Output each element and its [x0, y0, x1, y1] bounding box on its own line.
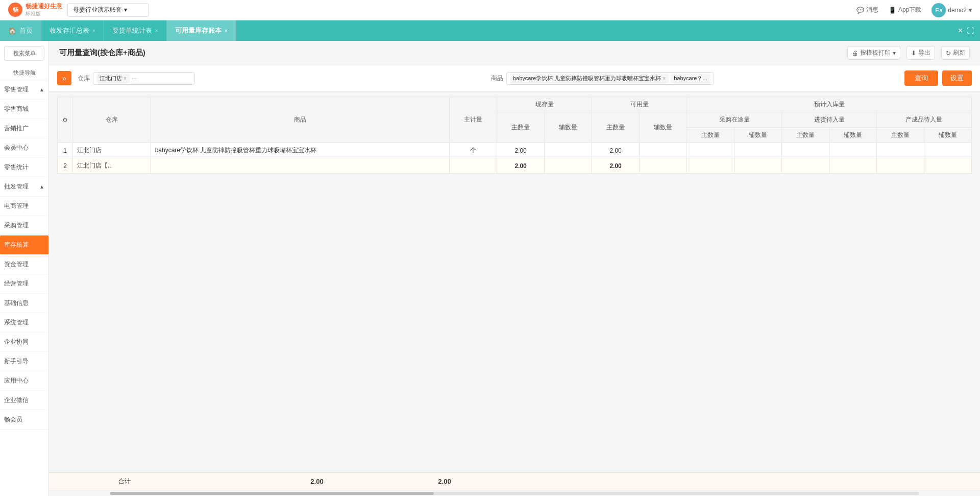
wholesale-arrow-icon: ▲	[39, 184, 44, 190]
warehouse-tag-input[interactable]: 江北门店 × ···	[93, 72, 195, 85]
sidebar-item-retail-stats[interactable]: 零售统计	[0, 158, 48, 177]
ip-sub-1	[829, 143, 877, 158]
tab-order-stats[interactable]: 要货单统计表 ×	[104, 20, 167, 41]
warehouse-2: 江北门店【...	[73, 158, 151, 174]
available-main-2: 2.00	[592, 158, 640, 174]
pp-sub-1	[924, 143, 971, 158]
refresh-btn[interactable]: ↻ 刷新	[941, 46, 970, 60]
stock-sub-1	[545, 143, 592, 158]
scrollbar-area	[49, 490, 980, 496]
logo-area: 畅 畅捷通好生意 标准版	[8, 3, 62, 17]
filter-actions: 查询 设置	[904, 70, 972, 86]
sidebar-item-wholesale-mgmt[interactable]: 批发管理 ▲	[0, 177, 48, 197]
sidebar-item-ops-mgmt[interactable]: 经营管理	[0, 274, 48, 294]
sidebar-item-retail-shop[interactable]: 零售商城	[0, 100, 48, 119]
template-print-btn[interactable]: 🖨 按模板打印 ▾	[847, 46, 900, 60]
warehouse-header: 仓库	[73, 97, 151, 143]
sidebar: 搜索菜单 快捷导航 零售管理 ▲ 零售商城 营销推广 会员中心 零售统计 批发管…	[0, 41, 49, 496]
gear-header: ⚙	[58, 97, 73, 143]
sidebar-item-marketing[interactable]: 营销推广	[0, 119, 48, 138]
scrollbar-thumb[interactable]	[110, 492, 434, 495]
export-icon: ⬇	[911, 50, 916, 57]
ip-main-2	[782, 158, 829, 174]
user-menu[interactable]: Ea demo2 ▾	[932, 3, 972, 17]
page-actions: 🖨 按模板打印 ▾ ⬇ 导出 ↻ 刷新	[847, 46, 970, 60]
sidebar-item-member-center[interactable]: 会员中心	[0, 138, 48, 158]
top-bar-right: 💬 消息 📱 App下载 Ea demo2 ▾	[856, 3, 972, 17]
sidebar-item-member-club[interactable]: 畅会员	[0, 410, 48, 430]
settings-btn[interactable]: 设置	[942, 70, 972, 86]
sidebar-search-area: 搜索菜单	[0, 41, 48, 66]
product-1: babycare学饮杯 儿童防摔防撞吸管杯重力球吸嘴杯宝宝水杯	[151, 143, 449, 158]
pp-main-2	[876, 158, 924, 174]
sidebar-item-ecommerce-mgmt[interactable]: 电商管理	[0, 197, 48, 216]
main-unit-1: 个	[450, 143, 497, 158]
stock-main-header: 主数量	[497, 112, 545, 143]
avatar: Ea	[932, 3, 946, 17]
fullscreen-btn[interactable]: ⛶	[967, 27, 974, 35]
available-main-header: 主数量	[592, 112, 640, 143]
filter-expand-btn[interactable]: »	[57, 71, 71, 85]
available-sub-1	[640, 143, 687, 158]
product-header: 商品	[151, 97, 449, 143]
table-footer: 合计 2.00 2.00	[49, 472, 980, 490]
app-icon: 📱	[889, 7, 896, 14]
sidebar-item-enterprise-wechat[interactable]: 企业微信	[0, 391, 48, 410]
inventory-table: ⚙ 仓库 商品 主计量 现存量 可用量 预计入库量 主数量 辅数量 主数量 辅数…	[57, 97, 972, 174]
page-title: 可用量查询(按仓库+商品)	[59, 48, 145, 58]
close-all-tabs[interactable]: ×	[958, 26, 963, 35]
logo-text: 畅捷通好生意	[26, 3, 62, 10]
tab-home[interactable]: 🏠 首页	[0, 20, 41, 41]
refresh-icon: ↻	[946, 50, 951, 57]
sidebar-item-basic-info[interactable]: 基础信息	[0, 294, 48, 313]
message-btn[interactable]: 💬 消息	[856, 6, 878, 14]
pp-main-header: 主数量	[876, 128, 924, 143]
sidebar-item-enterprise-collab[interactable]: 企业协同	[0, 333, 48, 352]
industry-select[interactable]: 母婴行业演示账套 ▾	[67, 3, 149, 17]
remove-warehouse-tag[interactable]: ×	[124, 76, 127, 81]
pt-sub-header: 辅数量	[734, 128, 782, 143]
sidebar-item-purchase-mgmt[interactable]: 采购管理	[0, 216, 48, 235]
forecast-header: 预计入库量	[687, 97, 972, 112]
available-header: 可用量	[592, 97, 687, 112]
sidebar-item-finance-mgmt[interactable]: 资金管理	[0, 255, 48, 274]
product-filter-group: 商品 babycare学饮杯 儿童防摔防撞吸管杯重力球吸嘴杯宝宝水杯 × bab…	[491, 72, 898, 85]
pp-main-1	[876, 143, 924, 158]
remove-product-tag-1[interactable]: ×	[663, 76, 666, 81]
sidebar-quick-nav[interactable]: 快捷导航	[0, 66, 48, 80]
sidebar-item-new-guide[interactable]: 新手引导	[0, 352, 48, 371]
query-btn[interactable]: 查询	[904, 70, 938, 86]
close-tab-available-inventory[interactable]: ×	[225, 28, 228, 34]
product-tag-input[interactable]: babycare学饮杯 儿童防摔防撞吸管杯重力球吸嘴杯宝宝水杯 × babyca…	[506, 72, 714, 85]
table-wrapper: ⚙ 仓库 商品 主计量 现存量 可用量 预计入库量 主数量 辅数量 主数量 辅数…	[49, 91, 980, 472]
horizontal-scrollbar[interactable]	[110, 492, 919, 495]
table-header-row-1: ⚙ 仓库 商品 主计量 现存量 可用量 预计入库量	[58, 97, 972, 112]
stock-sub-2	[545, 158, 592, 174]
available-sub-2	[640, 158, 687, 174]
print-icon: 🖨	[852, 50, 858, 57]
search-menu-btn[interactable]: 搜索菜单	[4, 46, 44, 61]
filter-bar: » 仓库 江北门店 × ··· 商品 babycare学饮杯 儿童防摔防撞吸管杯…	[49, 65, 980, 91]
page-header: 可用量查询(按仓库+商品) 🖨 按模板打印 ▾ ⬇ 导出 ↻ 刷新	[49, 41, 980, 65]
sidebar-item-inventory-check[interactable]: 库存核算	[0, 235, 48, 255]
ip-sub-2	[829, 158, 877, 174]
warehouse-filter-group: 仓库 江北门店 × ···	[78, 72, 485, 85]
app-download-btn[interactable]: 📱 App下载	[889, 6, 921, 14]
tab-available-inventory[interactable]: 可用量库存账本 ×	[167, 20, 236, 41]
logo-sub: 标准版	[26, 10, 62, 17]
close-tab-receive-summary[interactable]: ×	[92, 28, 95, 34]
close-tab-order-stats[interactable]: ×	[155, 28, 158, 34]
sidebar-item-system-mgmt[interactable]: 系统管理	[0, 313, 48, 333]
top-bar: 畅 畅捷通好生意 标准版 母婴行业演示账套 ▾ 💬 消息 📱 App下载 Ea …	[0, 0, 980, 20]
sidebar-item-retail-mgmt[interactable]: 零售管理 ▲	[0, 80, 48, 100]
export-btn[interactable]: ⬇ 导出	[906, 46, 935, 60]
chevron-down-icon: ▾	[124, 6, 127, 13]
logo-icon: 畅	[8, 3, 22, 17]
tab-receive-summary[interactable]: 收发存汇总表 ×	[41, 20, 104, 41]
footer-total-label: 合计	[118, 477, 131, 486]
tab-actions: × ⛶	[958, 26, 980, 35]
warehouse-1: 江北门店	[73, 143, 151, 158]
sidebar-item-app-center[interactable]: 应用中心	[0, 371, 48, 391]
footer-stock-total: 2.00	[310, 478, 323, 485]
stock-header: 现存量	[497, 97, 592, 112]
